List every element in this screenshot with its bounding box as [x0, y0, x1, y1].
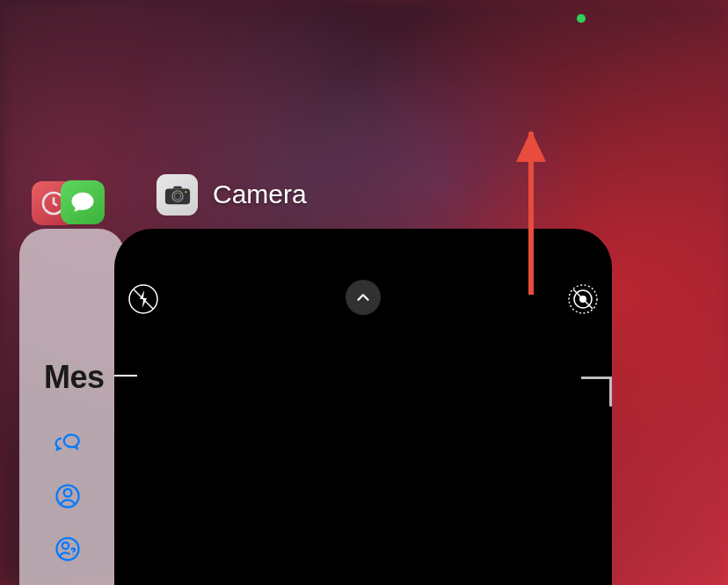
- unknown-contact-icon[interactable]: [51, 532, 84, 566]
- camera-app-icon[interactable]: [157, 174, 198, 216]
- viewfinder-bracket-right: [581, 377, 612, 379]
- viewfinder-bracket-left: [114, 375, 137, 377]
- svg-point-4: [62, 543, 69, 550]
- svg-point-5: [73, 554, 75, 556]
- flash-off-icon[interactable]: [127, 283, 159, 315]
- svg-point-9: [185, 191, 186, 193]
- camera-options-chevron[interactable]: [346, 280, 381, 315]
- messages-title: Mes: [44, 359, 105, 396]
- conversations-icon[interactable]: [51, 427, 84, 460]
- annotation-swipe-up-arrow: [520, 132, 534, 295]
- camera-app-label: Camera: [213, 179, 307, 209]
- live-photo-off-icon[interactable]: [567, 283, 599, 315]
- messages-sidebar: [51, 427, 104, 566]
- messages-app-icon[interactable]: [61, 180, 105, 224]
- contact-icon[interactable]: [51, 479, 84, 513]
- camera-privacy-indicator: [577, 14, 586, 23]
- svg-line-15: [573, 289, 593, 309]
- svg-point-2: [64, 489, 72, 497]
